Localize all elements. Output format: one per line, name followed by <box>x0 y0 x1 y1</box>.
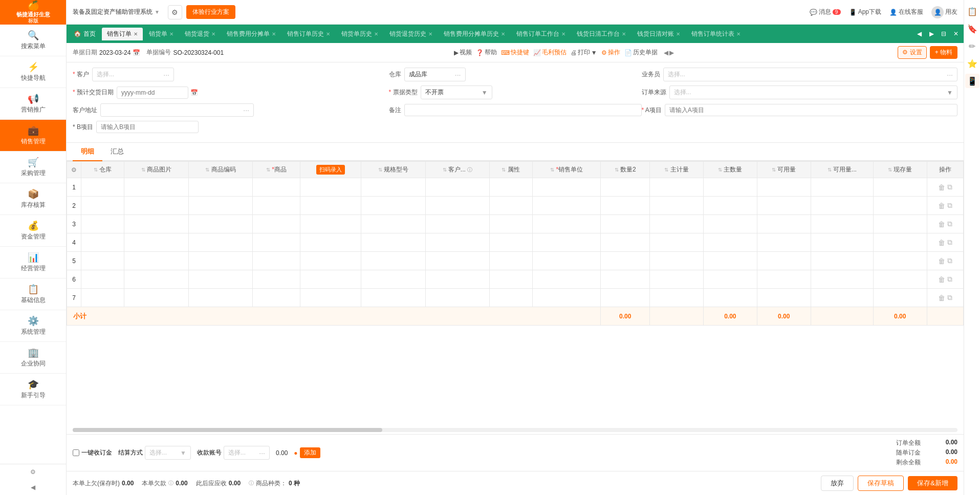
sidebar-item-marketing[interactable]: 📢 营销推广 <box>0 88 66 120</box>
tab-close-icon[interactable]: ✕ <box>374 31 378 37</box>
payment-method-selector[interactable]: 选择... ▼ <box>145 446 191 460</box>
tab-sales-fee-history[interactable]: 销售费用分摊单历史 ✕ <box>439 28 510 40</box>
horizontal-scrollbar[interactable] <box>73 428 957 432</box>
delete-icon[interactable]: 🗑 <box>938 294 945 302</box>
copy-icon[interactable]: ⧉ <box>947 201 952 210</box>
tab-sales-fee[interactable]: 销售费用分摊单 ✕ <box>222 28 281 40</box>
scroll-thumb[interactable] <box>73 428 382 432</box>
delete-icon[interactable]: 🗑 <box>938 220 945 228</box>
tab-detail[interactable]: 明细 <box>73 143 102 161</box>
b-project-input[interactable] <box>96 121 199 133</box>
quick-checkout-checkbox[interactable] <box>73 449 79 456</box>
tab-sales-order-history[interactable]: 销售订单历史 ✕ <box>282 28 335 40</box>
delete-icon[interactable]: 🗑 <box>938 239 945 247</box>
tab-close-icon[interactable]: ✕ <box>169 31 173 37</box>
tab-close-icon[interactable]: ✕ <box>211 31 215 37</box>
right-star-icon[interactable]: ⭐ <box>965 56 979 71</box>
order-source-selector[interactable]: 选择... ▼ <box>669 85 958 99</box>
salesman-more-icon[interactable]: ··· <box>947 71 953 79</box>
col-gear[interactable]: ⚙ <box>67 162 81 178</box>
copy-icon[interactable]: ⧉ <box>947 256 952 265</box>
sidebar-item-sales[interactable]: 💼 销售管理 <box>0 120 66 152</box>
history-btn[interactable]: 📄 历史单据 <box>624 48 658 57</box>
delete-icon[interactable]: 🗑 <box>938 202 945 210</box>
account-more-icon[interactable]: ··· <box>259 449 265 457</box>
tab-sales-workbench[interactable]: 销售订单工作台 ✕ <box>511 28 571 40</box>
tab-close-icon[interactable]: ✕ <box>428 31 432 37</box>
customer-address-selector[interactable]: ··· <box>100 103 254 117</box>
account-selector[interactable]: 选择... ··· <box>224 446 270 460</box>
tab-cash-workbench[interactable]: 钱货日清工作台 ✕ <box>572 28 631 40</box>
copy-icon[interactable]: ⧉ <box>947 238 952 247</box>
sidebar-item-newbie[interactable]: 🎓 新手引导 <box>0 374 66 405</box>
warehouse-selector[interactable]: 成品库 ··· <box>404 68 466 81</box>
add-product-button[interactable]: + 物料 <box>930 46 957 59</box>
delivery-calendar-icon[interactable]: 📅 <box>190 89 198 96</box>
salesman-selector[interactable]: 选择... ··· <box>663 68 958 81</box>
sidebar-collapse-btn[interactable]: ◀ <box>0 480 66 495</box>
invoice-type-selector[interactable]: 不开票 ▼ <box>421 85 492 99</box>
sidebar-item-system[interactable]: ⚙️ 系统管理 <box>0 310 66 342</box>
right-notes-icon[interactable]: 📋 <box>965 4 979 18</box>
topbar-gear-button[interactable]: ⚙ <box>168 5 182 19</box>
sidebar-item-basic[interactable]: 📋 基础信息 <box>0 278 66 310</box>
tab-home[interactable]: 🏠 首页 <box>69 28 101 40</box>
tab-list-button[interactable]: ⊟ <box>938 28 949 39</box>
tab-close-all-button[interactable]: ✕ <box>950 28 962 39</box>
customer-more-icon[interactable]: ··· <box>163 71 169 79</box>
gear-icon[interactable]: ⚙ <box>71 166 77 174</box>
right-mobile-icon[interactable]: 📱 <box>965 74 979 88</box>
tab-close-icon[interactable]: ✕ <box>272 31 276 37</box>
tab-sales-invoice[interactable]: 销货单 ✕ <box>144 28 179 40</box>
calendar-icon[interactable]: 📅 <box>133 49 140 56</box>
print-btn[interactable]: 🖨 打印 ▼ <box>571 48 597 57</box>
add-payment-button[interactable]: 添加 <box>300 447 320 458</box>
tab-close-icon[interactable]: ✕ <box>326 31 330 37</box>
a-project-input[interactable] <box>665 104 957 116</box>
tab-summary[interactable]: 汇总 <box>102 143 132 161</box>
nav-right-icon[interactable]: ▶ <box>669 49 674 56</box>
sidebar-item-quick[interactable]: ⚡ 快捷导航 <box>0 56 66 88</box>
delivery-date-input[interactable] <box>117 87 188 99</box>
setting-button[interactable]: ⚙ 设置 <box>898 46 926 59</box>
tab-sales-return[interactable]: 销货退货 ✕ <box>180 28 221 40</box>
copy-icon[interactable]: ⧉ <box>947 275 952 284</box>
sidebar-item-purchase[interactable]: 🛒 采购管理 <box>0 152 66 183</box>
right-bookmark-icon[interactable]: 🔖 <box>965 21 979 36</box>
sidebar-item-search[interactable]: 🔍 搜索菜单 <box>0 25 66 56</box>
tab-prev-button[interactable]: ◀ <box>913 28 925 39</box>
warehouse-more-icon[interactable]: ··· <box>455 71 461 79</box>
save-new-button[interactable]: 保存&新增 <box>908 476 957 490</box>
sidebar-settings-btn[interactable]: ⚙ <box>0 464 66 480</box>
help-btn[interactable]: ❓ 帮助 <box>476 48 497 57</box>
scan-button[interactable]: 扫码录入 <box>316 165 345 175</box>
tab-cash-reconcile[interactable]: 钱货日清对账 ✕ <box>632 28 685 40</box>
delete-icon[interactable]: 🗑 <box>938 257 945 265</box>
copy-icon[interactable]: ⧉ <box>947 293 952 302</box>
tab-close-icon[interactable]: ✕ <box>501 31 505 37</box>
nav-left-icon[interactable]: ◀ <box>664 49 668 56</box>
sidebar-item-enterprise[interactable]: 🏢 企业协同 <box>0 342 66 374</box>
profit-btn[interactable]: 📈 毛利预估 <box>533 48 567 57</box>
tab-close-icon[interactable]: ✕ <box>134 31 138 37</box>
tab-sales-invoice-history[interactable]: 销货单历史 ✕ <box>336 28 383 40</box>
tab-close-icon[interactable]: ✕ <box>736 31 741 37</box>
app-download-button[interactable]: 📱 App下载 <box>849 8 881 16</box>
industry-button[interactable]: 体验行业方案 <box>186 5 235 19</box>
copy-icon[interactable]: ⧉ <box>947 220 952 228</box>
video-btn[interactable]: ▶ 视频 <box>454 48 472 57</box>
right-edit-icon[interactable]: ✏ <box>965 39 979 53</box>
online-service-button[interactable]: 👤 在线客服 <box>889 8 923 16</box>
tab-close-icon[interactable]: ✕ <box>622 31 626 37</box>
address-more-icon[interactable]: ··· <box>243 106 249 114</box>
copy-icon[interactable]: ⧉ <box>947 183 952 191</box>
tab-sales-return-history[interactable]: 销货退货历史 ✕ <box>384 28 438 40</box>
shortcut-btn[interactable]: ⌨ 快捷键 <box>501 48 529 57</box>
sidebar-item-operation[interactable]: 📊 经营管理 <box>0 247 66 278</box>
tab-sales-order[interactable]: 销售订单 ✕ <box>102 28 143 40</box>
tab-close-icon[interactable]: ✕ <box>561 31 565 37</box>
tab-close-icon[interactable]: ✕ <box>676 31 680 37</box>
discard-button[interactable]: 放弃 <box>821 476 854 491</box>
tab-next-button[interactable]: ▶ <box>926 28 937 39</box>
delete-icon[interactable]: 🗑 <box>938 183 945 191</box>
